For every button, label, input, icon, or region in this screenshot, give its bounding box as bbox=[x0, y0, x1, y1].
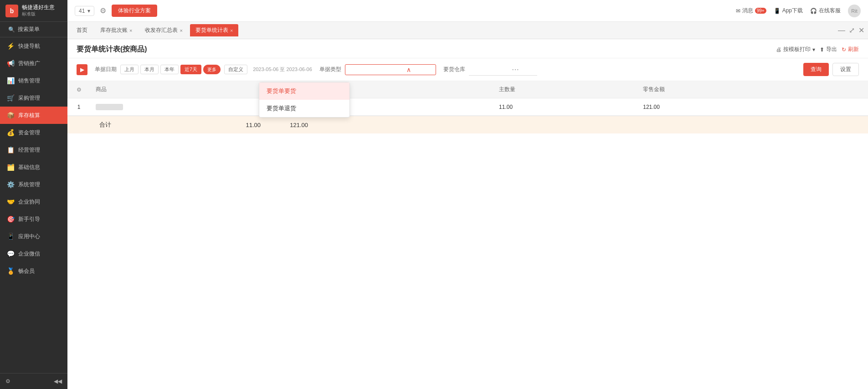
purchase-icon: 🛒 bbox=[6, 94, 15, 102]
inventory-icon: 📦 bbox=[6, 111, 15, 119]
tab-label: 收发存汇总表 bbox=[145, 26, 178, 34]
filter-bar: ▶ 单据日期 上月 本月 本年 近7天 更多 自定义 2023-05-06 至 … bbox=[67, 58, 868, 81]
warehouse-select[interactable]: ⋯ bbox=[469, 64, 537, 76]
filter-settings-btn[interactable]: 设置 bbox=[832, 63, 859, 76]
sidebar-item-enterprise[interactable]: 🤝 企业协同 bbox=[0, 193, 67, 210]
tab-close-all-btn[interactable]: ✕ bbox=[858, 26, 864, 35]
total-label: 合计 bbox=[77, 121, 111, 129]
sidebar-item-purchase[interactable]: 🛒 采购管理 bbox=[0, 89, 67, 107]
table-wrap: ⚙ 商品 主计量单位 主数量 零售金额 1 bbox=[67, 81, 868, 116]
tab-close-order-stat[interactable]: × bbox=[230, 28, 233, 33]
sidebar-item-quick-nav[interactable]: ⚡ 快捷导航 bbox=[0, 37, 67, 55]
total-qty: 11.00 bbox=[224, 122, 261, 128]
dropdown-item-order-return[interactable]: 要货单退货 bbox=[259, 100, 349, 117]
messages-badge: 99+ bbox=[755, 8, 766, 14]
enterprise-icon: 🤝 bbox=[6, 198, 15, 206]
print-label: 按模板打印 bbox=[783, 46, 811, 53]
date-btn-custom[interactable]: 自定义 bbox=[224, 65, 247, 74]
sidebar-item-wechat[interactable]: 💬 企业微信 bbox=[0, 245, 67, 262]
search-label: 搜索菜单 bbox=[18, 26, 40, 33]
sidebar-item-member[interactable]: 🏅 畅会员 bbox=[0, 262, 67, 280]
header: 41 ▾ ⚙ 体验行业方案 ✉ 消息 99+ 📱 App下载 🎧 在线客服 Ri… bbox=[67, 0, 868, 22]
tab-close-batch[interactable]: × bbox=[129, 28, 132, 33]
warehouse-more-icon[interactable]: ⋯ bbox=[512, 65, 519, 74]
tab-home[interactable]: 首页 bbox=[71, 24, 93, 36]
dropdown-item-order-goods[interactable]: 要货单要货 bbox=[259, 82, 349, 100]
guide-icon: 🎯 bbox=[6, 215, 15, 223]
basic-icon: 🗂️ bbox=[6, 163, 15, 171]
date-btn-last-month[interactable]: 上月 bbox=[120, 65, 139, 74]
tab-label: 要货单统计表 bbox=[195, 26, 228, 34]
filter-expand-btn[interactable]: ▶ bbox=[77, 64, 87, 75]
sidebar-item-basic[interactable]: 🗂️ 基础信息 bbox=[0, 159, 67, 176]
refresh-btn[interactable]: ↻ 刷新 bbox=[842, 46, 859, 53]
sidebar-footer: ⚙ ◀◀ bbox=[0, 373, 67, 389]
dropdown-item-label: 要货单退货 bbox=[267, 105, 296, 112]
sidebar-search[interactable]: 🔍 搜索菜单 bbox=[0, 22, 67, 37]
export-btn[interactable]: ⬆ 导出 bbox=[820, 46, 837, 53]
row-no: 1 bbox=[67, 98, 90, 116]
sidebar-nav: ⚡ 快捷导航 📢 营销推广 📊 销售管理 🛒 采购管理 📦 库存核算 💰 资金管… bbox=[0, 37, 67, 373]
tab-label: 库存批次账 bbox=[100, 26, 128, 34]
table-body: 1 块 11.00 121.00 bbox=[67, 98, 868, 116]
sidebar-item-label: 资金管理 bbox=[18, 129, 40, 137]
sidebar-item-label: 采购管理 bbox=[18, 94, 40, 102]
query-btn[interactable]: 查询 bbox=[803, 63, 829, 76]
sidebar-item-label: 企业微信 bbox=[18, 250, 40, 258]
sidebar-item-sales[interactable]: 📊 销售管理 bbox=[0, 72, 67, 89]
tab-label: 首页 bbox=[77, 26, 87, 34]
app-icon: 📱 bbox=[774, 8, 781, 14]
type-select[interactable]: ∧ bbox=[345, 64, 436, 75]
tab-maximize-btn[interactable]: ⤢ bbox=[849, 26, 855, 35]
date-btn-this-year[interactable]: 本年 bbox=[160, 65, 179, 74]
sidebar: b 畅捷通好生意 标准版 🔍 搜索菜单 ⚡ 快捷导航 📢 营销推广 📊 销售管理… bbox=[0, 0, 67, 389]
sidebar-item-business[interactable]: 📋 经营管理 bbox=[0, 141, 67, 159]
sidebar-settings-btn[interactable]: ⚙ bbox=[5, 378, 10, 384]
col-amount: 零售金额 bbox=[637, 81, 810, 98]
logo-name: 畅捷通好生意 bbox=[22, 4, 55, 11]
page-title-bar: 要货单统计表(按商品) 🖨 按模板打印 ▾ ⬆ 导出 ↻ 刷新 bbox=[67, 39, 868, 58]
trial-btn[interactable]: 体验行业方案 bbox=[112, 5, 157, 17]
col-settings: ⚙ bbox=[67, 81, 90, 98]
user-avatar[interactable]: Rit bbox=[848, 5, 861, 17]
tab-summary[interactable]: 收发存汇总表 × bbox=[139, 24, 188, 36]
sidebar-item-finance[interactable]: 💰 资金管理 bbox=[0, 124, 67, 141]
tab-close-summary[interactable]: × bbox=[180, 28, 182, 33]
date-btn-7days[interactable]: 近7天 bbox=[180, 65, 201, 74]
header-gear-icon[interactable]: ⚙ bbox=[100, 6, 106, 15]
messages-btn[interactable]: ✉ 消息 99+ bbox=[736, 7, 766, 15]
app-download-label: App下载 bbox=[782, 7, 803, 15]
sidebar-item-apps[interactable]: 📱 应用中心 bbox=[0, 228, 67, 245]
app-download-btn[interactable]: 📱 App下载 bbox=[774, 7, 803, 15]
sidebar-item-marketing[interactable]: 📢 营销推广 bbox=[0, 55, 67, 72]
print-btn[interactable]: 🖨 按模板打印 ▾ bbox=[776, 46, 815, 53]
type-select-arrow[interactable]: ∧ bbox=[406, 66, 411, 73]
table-row: 1 块 11.00 121.00 bbox=[67, 98, 868, 116]
date-filter-label: 单据日期 bbox=[95, 66, 117, 73]
print-icon: 🖨 bbox=[776, 46, 781, 53]
export-label: 导出 bbox=[826, 46, 837, 53]
warehouse-filter-label: 要货仓库 bbox=[443, 66, 465, 73]
sidebar-item-guide[interactable]: 🎯 新手引导 bbox=[0, 210, 67, 228]
tab-order-stat[interactable]: 要货单统计表 × bbox=[190, 24, 238, 36]
company-selector[interactable]: 41 ▾ bbox=[75, 6, 94, 16]
date-btn-this-month[interactable]: 本月 bbox=[140, 65, 159, 74]
finance-icon: 💰 bbox=[6, 128, 15, 137]
col-settings-icon[interactable]: ⚙ bbox=[77, 87, 82, 93]
tab-minimize-btn[interactable]: — bbox=[838, 26, 845, 35]
sidebar-item-label: 营销推广 bbox=[18, 60, 40, 67]
chevron-down-icon: ▾ bbox=[87, 8, 90, 14]
tab-batch[interactable]: 库存批次账 × bbox=[95, 24, 138, 36]
service-icon: 🎧 bbox=[810, 8, 817, 14]
sidebar-item-label: 快捷导航 bbox=[18, 42, 40, 50]
date-btn-more[interactable]: 更多 bbox=[203, 65, 221, 74]
date-filter-group: 单据日期 上月 本月 本年 近7天 更多 自定义 2023-05-06 至 20… bbox=[95, 65, 312, 74]
apps-icon: 📱 bbox=[6, 232, 15, 241]
online-service-btn[interactable]: 🎧 在线客服 bbox=[810, 7, 841, 15]
system-icon: ⚙️ bbox=[6, 180, 15, 189]
sidebar-item-label: 畅会员 bbox=[18, 267, 35, 275]
sidebar-item-system[interactable]: ⚙️ 系统管理 bbox=[0, 176, 67, 193]
sidebar-collapse-btn[interactable]: ◀◀ bbox=[54, 378, 62, 384]
header-right: ✉ 消息 99+ 📱 App下载 🎧 在线客服 Rit bbox=[736, 5, 861, 17]
sidebar-item-inventory[interactable]: 📦 库存核算 bbox=[0, 107, 67, 124]
